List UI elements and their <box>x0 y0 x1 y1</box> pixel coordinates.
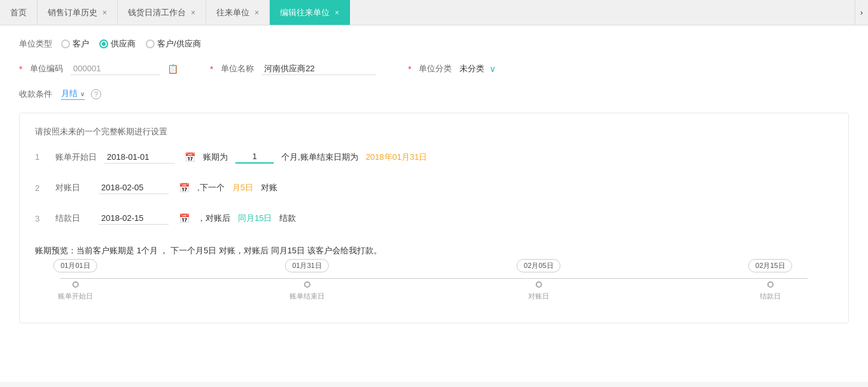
unit-name-group: * 单位名称 <box>210 62 376 75</box>
unit-code-star: * <box>19 64 22 74</box>
timeline-point-1: 01月31日账单结束日 <box>285 259 328 301</box>
radio-customer-label: 客户 <box>73 38 89 50</box>
radio-customer-circle <box>61 39 70 48</box>
unit-name-star: * <box>210 64 213 74</box>
row-2-suffix1: ,下一个 <box>197 182 225 194</box>
radio-both-circle <box>146 39 155 48</box>
payment-dropdown[interactable]: 月结 ∨ <box>61 88 85 100</box>
preview-suffix: 该客户会给我打款。 <box>307 246 382 255</box>
tab-sales-history-close[interactable]: × <box>102 8 107 17</box>
radio-supplier-circle <box>99 39 108 48</box>
timeline-badge-1: 01月31日 <box>285 259 328 272</box>
tab-home[interactable]: 首页 <box>0 0 38 25</box>
timeline-label-2: 对账日 <box>528 292 549 301</box>
tab-counterparty[interactable]: 往来单位 × <box>206 0 270 25</box>
category-dropdown-icon[interactable]: ∨ <box>489 64 496 74</box>
row-2-label: 对账日 <box>55 182 91 194</box>
row-1-suffix1: 账期为 <box>203 151 228 163</box>
main-content: 单位类型 客户 供应商 客户/供应商 * 单位编码 📋 * 单位名称 <box>0 25 868 382</box>
radio-both-label: 客户/供应商 <box>157 38 201 50</box>
radio-both[interactable]: 客户/供应商 <box>146 38 201 50</box>
row-2-highlight-period: 月5日 <box>232 182 253 194</box>
timeline-badge-3: 02月15日 <box>748 259 792 272</box>
tab-edit-counterparty-label: 编辑往来单位 <box>280 7 330 18</box>
row-3-suffix2: 结款 <box>279 213 296 224</box>
tab-sales-history[interactable]: 销售订单历史 × <box>38 0 118 25</box>
timeline-label-0: 账单开始日 <box>58 292 93 301</box>
chevron-right-icon: › <box>860 8 863 17</box>
setting-row-1: 1 账单开始日 📅 账期为 个月,账单结束日期为 2018年01月31日 <box>35 150 833 164</box>
radio-supplier-label: 供应商 <box>111 38 136 50</box>
timeline-label-3: 结款日 <box>760 292 781 301</box>
row-3-suffix1: ，对账后 <box>197 213 230 224</box>
row-2-calendar-icon[interactable]: 📅 <box>179 183 190 193</box>
setting-row-3: 3 结款日 📅 ，对账后 同月15日 结款 <box>35 212 833 225</box>
row-1-number: 1 <box>35 152 48 162</box>
timeline-label-1: 账单结束日 <box>290 292 325 301</box>
copy-icon[interactable]: 📋 <box>167 64 178 74</box>
timeline-dot-1 <box>304 281 310 288</box>
preview-part3: 同月15日 <box>271 246 305 255</box>
tab-counterparty-close[interactable]: × <box>255 8 259 17</box>
unit-name-label: 单位名称 <box>221 63 254 74</box>
timeline-point-2: 02月05日对账日 <box>517 259 560 301</box>
tab-counterparty-label: 往来单位 <box>216 7 249 18</box>
timeline: 01月01日账单开始日01月31日账单结束日02月05日对账日02月15日结款日 <box>60 259 808 310</box>
setting-row-2: 2 对账日 📅 ,下一个 月5日 对账 <box>35 181 833 194</box>
radio-supplier[interactable]: 供应商 <box>99 38 136 50</box>
row-2-suffix2: 对账 <box>261 182 277 194</box>
unit-type-label: 单位类型 <box>19 38 52 50</box>
row-1-suffix2: 个月,账单结束日期为 <box>281 151 358 163</box>
unit-category-star: * <box>408 64 411 74</box>
payment-chevron-icon: ∨ <box>80 90 85 97</box>
timeline-dot-3 <box>767 281 773 288</box>
tab-edit-counterparty[interactable]: 编辑往来单位 × <box>270 0 350 25</box>
tab-cash-workbench[interactable]: 钱货日清工作台 × <box>118 0 206 25</box>
preview-prefix: 账期预览：当前客户账期是 <box>35 246 134 255</box>
row-3-label: 结款日 <box>55 213 91 224</box>
unit-name-input[interactable] <box>262 62 376 75</box>
row-1-calendar-icon[interactable]: 📅 <box>185 152 195 162</box>
preview-comma1: ， <box>160 246 168 255</box>
settings-panel: 请按照未来的一个完整帐期进行设置 1 账单开始日 📅 账期为 个月,账单结束日期… <box>19 113 849 323</box>
row-1-date-input[interactable] <box>104 151 174 164</box>
tab-edit-counterparty-close[interactable]: × <box>335 8 339 17</box>
panel-title: 请按照未来的一个完整帐期进行设置 <box>35 126 833 137</box>
tab-more-arrow[interactable]: › <box>855 0 868 25</box>
timeline-point-3: 02月15日结款日 <box>748 259 792 301</box>
row-3-highlight-period: 同月15日 <box>238 213 272 224</box>
unit-info-row: * 单位编码 📋 * 单位名称 * 单位分类 未分类 ∨ <box>19 62 849 75</box>
row-3-number: 3 <box>35 214 48 223</box>
payment-row: 收款条件 月结 ∨ ? <box>19 88 849 100</box>
payment-label: 收款条件 <box>19 88 52 100</box>
radio-customer[interactable]: 客户 <box>61 38 89 50</box>
unit-category-value: 未分类 <box>459 63 484 74</box>
timeline-line <box>60 278 808 279</box>
tab-cash-workbench-label: 钱货日清工作台 <box>128 7 186 18</box>
preview-middle: 对账，对账后 <box>219 246 269 255</box>
tab-cash-workbench-close[interactable]: × <box>191 8 195 17</box>
row-3-calendar-icon[interactable]: 📅 <box>179 213 190 223</box>
tab-sales-history-label: 销售订单历史 <box>48 7 97 18</box>
timeline-badge-2: 02月05日 <box>517 259 560 272</box>
row-2-number: 2 <box>35 183 48 193</box>
unit-code-group: * 单位编码 📋 <box>19 62 178 75</box>
unit-type-row: 单位类型 客户 供应商 客户/供应商 <box>19 38 849 50</box>
radio-group-unit-type: 客户 供应商 客户/供应商 <box>61 38 201 50</box>
row-1-period-input[interactable] <box>235 150 274 164</box>
payment-help-icon[interactable]: ? <box>91 89 101 99</box>
row-2-date-input[interactable] <box>99 181 169 194</box>
tab-bar: 首页 销售订单历史 × 钱货日清工作台 × 往来单位 × 编辑往来单位 × › <box>0 0 868 25</box>
timeline-dot-0 <box>72 281 78 288</box>
row-1-label: 账单开始日 <box>55 151 97 163</box>
timeline-point-0: 01月01日账单开始日 <box>53 259 97 301</box>
tab-home-label: 首页 <box>10 7 27 18</box>
unit-code-input[interactable] <box>71 62 160 75</box>
timeline-dot-2 <box>535 281 542 288</box>
unit-code-label: 单位编码 <box>30 63 63 74</box>
row-3-date-input[interactable] <box>99 212 169 225</box>
unit-category-group: * 单位分类 未分类 ∨ <box>408 63 496 74</box>
timeline-badge-0: 01月01日 <box>53 259 97 272</box>
preview-section: 账期预览：当前客户账期是 1个月 ， 下一个月5日 对账，对账后 同月15日 该… <box>35 243 833 259</box>
payment-value: 月结 <box>61 88 78 99</box>
